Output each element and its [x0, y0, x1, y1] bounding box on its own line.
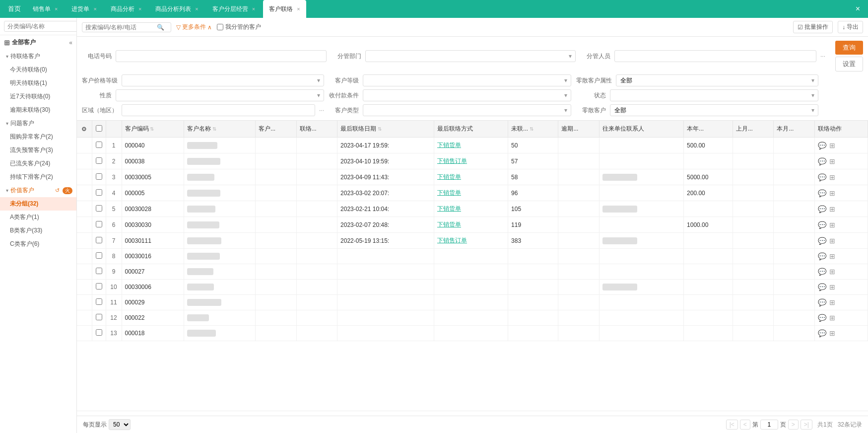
td-last-contact-way[interactable]: 下销售订单 [434, 233, 508, 249]
nature-select[interactable] [116, 89, 324, 101]
sidebar-group-pending[interactable]: ▾ 待联络客户 [0, 50, 76, 63]
sidebar-item-a-customers[interactable]: A类客户(1) [0, 211, 76, 224]
retail-attr-select[interactable]: 全部 [616, 74, 818, 86]
row-checkbox[interactable] [96, 283, 102, 289]
td-last-contact-way[interactable]: 下销货单 [434, 138, 508, 153]
export-button[interactable]: ↓ 导出 [838, 21, 863, 33]
prev-page-button[interactable]: < [740, 420, 750, 430]
region-input[interactable] [122, 104, 315, 116]
message-icon[interactable]: 💬 [818, 221, 826, 229]
close-icon[interactable]: × [55, 6, 58, 12]
th-last-contact-date[interactable]: 最后联络日期 [337, 121, 434, 138]
th-customer-code[interactable]: 客户编码 [122, 121, 184, 138]
grid-action-icon[interactable]: ⊞ [829, 205, 835, 213]
more-conditions-button[interactable]: ▽ 更多条件 ∧ [176, 23, 212, 31]
phone-input[interactable] [116, 50, 327, 62]
sidebar-item-today-pending[interactable]: 今天待联络(0) [0, 63, 76, 76]
search-icon[interactable]: 🔍 [157, 24, 164, 31]
row-checkbox[interactable] [96, 142, 102, 148]
td-last-contact-way[interactable]: 下销货单 [434, 169, 508, 185]
message-icon[interactable]: 💬 [818, 298, 826, 306]
message-icon[interactable]: 💬 [818, 142, 826, 149]
manager-input[interactable] [614, 50, 816, 62]
dept-select[interactable] [365, 50, 576, 62]
row-checkbox[interactable] [96, 205, 102, 212]
customer-type-select[interactable] [363, 104, 571, 116]
sidebar-search-input[interactable] [4, 21, 77, 32]
nav-tab-product-analysis[interactable]: 商品分析 × [105, 0, 147, 18]
page-number-input[interactable] [760, 420, 778, 430]
more-icon[interactable]: ··· [319, 107, 324, 114]
td-last-contact-way[interactable]: 下销货单 [434, 185, 508, 201]
row-checkbox[interactable] [96, 252, 102, 259]
last-page-button[interactable]: >| [801, 420, 812, 430]
reset-button[interactable]: 设置 [835, 57, 863, 72]
row-checkbox[interactable] [96, 221, 102, 227]
row-checkbox[interactable] [96, 329, 102, 336]
row-checkbox[interactable] [96, 268, 102, 274]
price-level-select[interactable] [122, 74, 324, 86]
sidebar-item-b-customers[interactable]: B类客户(33) [0, 224, 76, 237]
sidebar-item-churn-warning[interactable]: 流失预警客户(3) [0, 144, 76, 157]
close-icon[interactable]: × [93, 6, 96, 12]
grid-action-icon[interactable]: ⊞ [829, 157, 835, 165]
message-icon[interactable]: 💬 [818, 268, 826, 276]
sidebar-item-tomorrow-pending[interactable]: 明天待联络(1) [0, 76, 76, 90]
row-checkbox[interactable] [96, 173, 102, 180]
more-icon[interactable]: ··· [820, 53, 825, 60]
message-icon[interactable]: 💬 [818, 205, 826, 213]
grid-action-icon[interactable]: ⊞ [829, 329, 835, 337]
sidebar-item-overdue-pending[interactable]: 逾期未联络(30) [0, 103, 76, 117]
horizontal-scrollbar[interactable] [77, 411, 868, 416]
message-icon[interactable]: 💬 [818, 173, 826, 181]
message-icon[interactable]: 💬 [818, 283, 826, 291]
th-customer-name[interactable]: 客户名称 [184, 121, 256, 138]
window-close-button[interactable]: × [852, 4, 864, 13]
sidebar-item-c-customers[interactable]: C类客户(6) [0, 237, 76, 251]
message-icon[interactable]: 💬 [818, 252, 826, 260]
grid-action-icon[interactable]: ⊞ [829, 142, 835, 149]
nav-home-tab[interactable]: 首页 [4, 4, 25, 13]
refresh-icon[interactable]: ↺ [55, 187, 60, 194]
sidebar-group-problem[interactable]: ▾ 问题客户 [0, 117, 76, 130]
next-page-button[interactable]: > [788, 420, 799, 430]
query-button[interactable]: 查询 [835, 41, 863, 55]
customer-level-select[interactable] [363, 74, 571, 86]
close-icon[interactable]: × [297, 6, 300, 12]
status-select[interactable] [610, 89, 818, 101]
td-last-contact-way[interactable]: 下销货单 [434, 217, 508, 233]
first-page-button[interactable]: |< [726, 420, 738, 430]
select-all-checkbox[interactable] [96, 125, 102, 132]
sidebar-item-declining[interactable]: 持续下滑客户(2) [0, 170, 76, 184]
th-uncontacted[interactable]: 未联... [508, 121, 558, 138]
message-icon[interactable]: 💬 [818, 329, 826, 337]
grid-action-icon[interactable]: ⊞ [829, 268, 835, 276]
nav-tab-customer-contact[interactable]: 客户联络 × [263, 0, 306, 18]
sidebar-item-week-pending[interactable]: 近7天待联络(0) [0, 90, 76, 103]
customer-search-input[interactable] [85, 24, 155, 31]
td-last-contact-way[interactable]: 下销售订单 [434, 153, 508, 169]
sidebar-all-customers[interactable]: ⊞ 全部客户 « [0, 35, 76, 50]
grid-action-icon[interactable]: ⊞ [829, 237, 835, 245]
nav-tab-product-analysis-list[interactable]: 商品分析列表 × [149, 0, 204, 18]
th-settings[interactable]: ⚙ [77, 121, 92, 138]
message-icon[interactable]: 💬 [818, 314, 826, 322]
sidebar-item-hoarding-anomaly[interactable]: 囤购异常客户(2) [0, 130, 76, 144]
my-customers-checkbox[interactable] [217, 24, 223, 30]
page-size-dropdown[interactable]: 50 [109, 419, 131, 430]
row-checkbox[interactable] [96, 237, 102, 243]
message-icon[interactable]: 💬 [818, 237, 826, 245]
payment-select[interactable] [363, 89, 571, 101]
sidebar-item-ungroup[interactable]: 未分组(32) [0, 197, 76, 211]
close-icon[interactable]: × [195, 6, 198, 12]
nav-tab-sales[interactable]: 销售单 × [27, 0, 64, 18]
grid-action-icon[interactable]: ⊞ [829, 252, 835, 260]
row-checkbox[interactable] [96, 157, 102, 164]
grid-action-icon[interactable]: ⊞ [829, 298, 835, 306]
close-icon[interactable]: × [252, 6, 255, 12]
grid-action-icon[interactable]: ⊞ [829, 283, 835, 291]
row-checkbox[interactable] [96, 189, 102, 196]
sidebar-group-value[interactable]: ▾ 价值客户 ↺ 火 [0, 184, 76, 197]
sidebar-item-churned[interactable]: 已流失客户(24) [0, 157, 76, 170]
close-icon[interactable]: × [138, 6, 141, 12]
